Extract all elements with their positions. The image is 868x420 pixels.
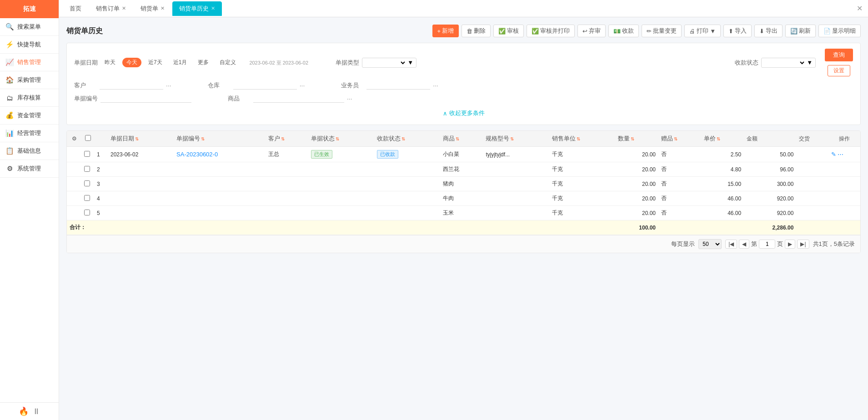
date-more[interactable]: 更多 (194, 58, 213, 67)
customer-input[interactable] (100, 81, 163, 90)
settings-button[interactable]: 设置 (828, 65, 850, 76)
batch-change-icon: ✏ (647, 28, 652, 35)
table-cell: 4 (94, 191, 108, 206)
export-button[interactable]: ⬇ 导出 (754, 25, 783, 37)
date-1month[interactable]: 近1月 (169, 58, 191, 67)
table-cell: 50.00 (744, 147, 796, 162)
doc-no-link[interactable]: SA-20230602-0 (176, 151, 218, 158)
show-details-button[interactable]: 📄 显示明细 (818, 25, 861, 37)
sidebar-item-operations[interactable]: 📊 经营管理 (0, 125, 59, 142)
more-ops[interactable]: ⋯ (838, 151, 843, 158)
date-yesterday[interactable]: 昨天 (100, 58, 120, 67)
tab-close-sales-history[interactable]: ✕ (211, 5, 215, 11)
col-gift[interactable]: 赠品⇅ (658, 131, 701, 147)
filter-section: 单据日期 昨天 今天 近7天 近1月 更多 自定义 2023-06-02 至 2… (66, 43, 861, 125)
sidebar-item-purchase-mgmt[interactable]: 🏠 采购管理 (0, 71, 59, 89)
doc-no-input[interactable] (100, 94, 191, 103)
refresh-button[interactable]: 🔄 刷新 (785, 25, 816, 37)
salesperson-input[interactable] (366, 81, 430, 90)
import-button[interactable]: ⬆ 导入 (723, 25, 752, 37)
tab-home[interactable]: 首页 (63, 1, 88, 16)
sidebar-item-sales-mgmt[interactable]: 📈 销售管理 (0, 54, 59, 71)
sidebar-item-inventory[interactable]: 🗂 库存核算 (0, 89, 59, 107)
row-checkbox-4[interactable] (84, 210, 90, 215)
collapse-button[interactable]: ∧ 收起更多条件 (74, 107, 853, 119)
collect-status-select[interactable] (764, 59, 806, 66)
col-doc-status[interactable]: 单据状态⇅ (308, 131, 374, 147)
summary-total-amount: 2,286.00 (744, 220, 796, 235)
date-today[interactable]: 今天 (122, 58, 141, 67)
batch-change-button[interactable]: ✏ 批量变更 (642, 25, 682, 37)
show-details-icon: 📄 (823, 28, 831, 35)
select-all-checkbox[interactable] (85, 135, 91, 141)
tab-sales-order[interactable]: 销售订单 ✕ (89, 1, 133, 16)
col-unit[interactable]: 销售单位⇅ (549, 131, 615, 147)
table-cell (174, 191, 266, 206)
doc-no-label: 单据编号 (74, 95, 98, 103)
sidebar-item-basic-info[interactable]: 📋 基础信息 (0, 142, 59, 160)
audit-print-button[interactable]: ✅ 审核并打印 (527, 25, 575, 37)
col-spec[interactable]: 规格型号⇅ (483, 131, 549, 147)
sidebar-item-search-menu[interactable]: 🔍 搜索菜单 (0, 18, 59, 36)
delete-button[interactable]: 🗑 删除 (462, 25, 491, 37)
collect-status-select-wrap[interactable]: ▼ (761, 58, 816, 68)
table-footer: 每页显示 50 100 |◀ ◀ 第 页 ▶ ▶| 共1页，5条记录 (67, 235, 860, 253)
per-page-select[interactable]: 50 100 (698, 239, 722, 249)
edit-ops[interactable]: ✎ (831, 151, 836, 158)
page-number-input[interactable] (759, 240, 775, 249)
tab-close-sales-goods[interactable]: ✕ (161, 5, 165, 11)
inventory-icon: 🗂 (5, 94, 14, 102)
col-doc-no[interactable]: 单据编号⇅ (174, 131, 266, 147)
sidebar-item-system[interactable]: ⚙ 系统管理 (0, 160, 59, 178)
table-cell: 46.00 (701, 206, 744, 220)
prev-page-button[interactable]: ◀ (739, 240, 749, 249)
doc-type-select-wrap[interactable]: ▼ (362, 58, 416, 68)
query-button[interactable]: 查询 (825, 49, 853, 61)
tab-close-sales-order[interactable]: ✕ (122, 5, 126, 11)
col-qty[interactable]: 数量⇅ (615, 131, 658, 147)
first-page-button[interactable]: |◀ (725, 240, 737, 249)
warehouse-dots[interactable]: ··· (300, 82, 305, 89)
col-pay-status[interactable]: 收款状态⇅ (374, 131, 440, 147)
tabs-close-all-button[interactable]: ✕ (855, 4, 864, 13)
page-content: 销货单历史 + 新增 🗑 删除 ✅ 审核 ✅ 审核并打印 (59, 17, 868, 420)
row-checkbox-0[interactable] (84, 151, 90, 157)
sidebar: 拓速 🔍 搜索菜单 ⚡ 快捷导航 📈 销售管理 🏠 采购管理 🗂 库存核算 💰 … (0, 0, 59, 420)
col-goods[interactable]: 商品⇅ (440, 131, 483, 147)
tab-sales-history[interactable]: 销货单历史 ✕ (172, 1, 222, 16)
col-customer[interactable]: 客户⇅ (266, 131, 308, 147)
salesperson-dots[interactable]: ··· (433, 82, 438, 89)
audit-button[interactable]: ✅ 审核 (493, 25, 524, 37)
col-price[interactable]: 单价⇅ (701, 131, 744, 147)
pause-icon[interactable]: ⏸ (32, 407, 40, 416)
col-check[interactable] (81, 131, 94, 147)
add-button[interactable]: + 新增 (432, 25, 459, 37)
customer-dots[interactable]: ··· (166, 82, 171, 89)
date-badges: 昨天 今天 近7天 近1月 更多 自定义 (100, 58, 240, 67)
row-checkbox-2[interactable] (84, 180, 90, 186)
abandon-button[interactable]: ↩ 弃审 (577, 25, 606, 37)
date-7days[interactable]: 近7天 (144, 58, 166, 67)
row-checkbox-1[interactable] (84, 166, 90, 172)
row-checkbox-3[interactable] (84, 195, 90, 201)
table-cell: 已生效 (308, 147, 374, 162)
next-page-button[interactable]: ▶ (785, 240, 795, 249)
sidebar-item-finance[interactable]: 💰 资金管理 (0, 107, 59, 125)
filter-salesperson: 业务员 ··· (341, 81, 438, 90)
table-cell (67, 206, 81, 220)
doc-type-select[interactable] (365, 59, 406, 66)
table-cell: 千克 (549, 147, 615, 162)
col-doc-date[interactable]: 单据日期⇅ (108, 131, 174, 147)
goods-dots[interactable]: ··· (347, 95, 352, 102)
tab-sales-goods[interactable]: 销货单 ✕ (134, 1, 171, 16)
sidebar-item-quick-nav[interactable]: ⚡ 快捷导航 (0, 36, 59, 54)
table-cell: 玉米 (440, 206, 483, 220)
warehouse-input[interactable] (233, 81, 297, 90)
collect-button[interactable]: 💵 收款 (608, 25, 639, 37)
last-page-button[interactable]: ▶| (797, 240, 809, 249)
date-custom[interactable]: 自定义 (216, 58, 240, 67)
col-gear[interactable]: ⚙ (67, 131, 81, 147)
print-button[interactable]: 🖨 打印 ▼ (684, 25, 721, 37)
goods-input[interactable] (253, 94, 344, 103)
fire-icon[interactable]: 🔥 (19, 406, 29, 416)
